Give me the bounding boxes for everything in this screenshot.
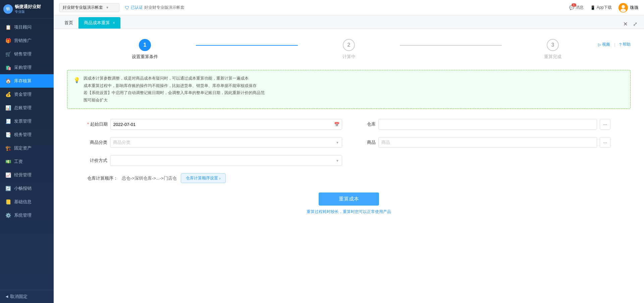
sidebar-item-label: 经营管理: [14, 172, 32, 178]
tab-home[interactable]: 首页: [59, 17, 78, 29]
submit-hint: 重算过程耗时较长，重算时您可以正常使用产品: [87, 209, 610, 215]
tab-close-icon[interactable]: ×: [113, 20, 115, 25]
message-icon-wrapper: 💬 1: [569, 5, 574, 10]
accounting-icon: 📊: [5, 104, 11, 111]
step-3: 3 重算完成: [502, 39, 604, 60]
sidebar-item-accounting[interactable]: 📊 总账管理: [0, 101, 54, 115]
sidebar-item-basic[interactable]: 📒 基础信息: [0, 195, 54, 209]
system-icon: ⚙️: [5, 212, 11, 219]
close-window-button[interactable]: ✕: [622, 19, 629, 29]
form-row-1: 起始日期 📅 仓库 ···: [87, 119, 610, 130]
sidebar-item-operation[interactable]: 📈 经营管理: [0, 168, 54, 182]
info-line-3: 若【系统设置】中启用了自动调整记账日期时，会调整入库单的整单记账日期，因此重新计…: [84, 89, 265, 97]
price-method-select[interactable]: ▼: [110, 155, 342, 166]
tax-icon: 📑: [5, 131, 11, 138]
sidebar: 畅 畅捷通好业财 专业版 📋 项目顾问 🎁 营销推广 🛒 销售管理 🛍️ 采购管…: [0, 0, 54, 303]
inventory-icon: 🏠: [5, 78, 11, 84]
submit-btn-label: 重算成本: [339, 196, 359, 202]
goods-input[interactable]: 商品: [378, 137, 597, 148]
sidebar-item-label: 销售管理: [14, 51, 32, 57]
step-2-label: 计算中: [342, 54, 356, 60]
sidebar-item-inventory[interactable]: 🏠 库存核算: [0, 74, 54, 88]
tabs-bar: 首页 商品成本重算 × ✕ ⤢: [54, 15, 644, 29]
sidebar-item-marketing[interactable]: 🎁 营销推广: [0, 34, 54, 47]
step-3-circle: 3: [547, 39, 559, 51]
tabs-right-controls: ✕ ⤢: [622, 19, 639, 29]
calendar-icon[interactable]: 📅: [334, 122, 339, 127]
info-line-4: 围可能会扩大: [84, 97, 265, 104]
sidebar-item-label: 工资: [14, 159, 23, 165]
step-line-1: [196, 45, 298, 46]
sidebar-item-assets[interactable]: 🏗️ 固定资产: [0, 141, 54, 155]
submit-section: 重算成本 重算过程耗时较长，重算时您可以正常使用产品: [87, 192, 610, 215]
project-icon: 📋: [5, 24, 11, 31]
message-badge: 1: [572, 3, 576, 7]
info-line-2: 成本重算过程中，影响库存账的操作均不能操作，比如进货单、销货单、库存单据不能审核…: [84, 82, 265, 90]
goods-label: 商品: [356, 139, 376, 145]
video-help-button[interactable]: ▷ 视频: [598, 42, 610, 47]
warehouse-input[interactable]: [378, 119, 597, 130]
info-box-content: 因成本计算参数调整，或是对商品成本有疑问时，可以通过成本重算功能，重新计算一遍成…: [84, 75, 265, 104]
step-3-label: 重算完成: [544, 54, 561, 60]
info-line-1: 因成本计算参数调整，或是对商品成本有疑问时，可以通过成本重算功能，重新计算一遍成…: [84, 75, 265, 82]
message-label: 消息: [576, 5, 584, 10]
warehouse-order-value: 总仓->深圳仓库->...->门店仓: [122, 175, 177, 181]
price-method-arrow-icon: ▼: [336, 159, 339, 163]
app-download-label: App下载: [597, 5, 612, 10]
goods-placeholder: 商品: [381, 139, 390, 145]
verified-badge: 🛡 已认证 好业财专业版演示帐套: [125, 5, 184, 10]
step-2-circle: 2: [343, 39, 355, 51]
sidebar-item-label: 库存核算: [14, 78, 32, 84]
sidebar-item-label: 基础信息: [14, 199, 32, 205]
sidebar-item-label: 系统管理: [14, 212, 32, 218]
warehouse-order-settings-button[interactable]: 仓库计算顺序设置 ›: [181, 173, 226, 183]
sidebar-item-project[interactable]: 📋 项目顾问: [0, 20, 54, 34]
sidebar-item-tax[interactable]: 📑 税务管理: [0, 128, 54, 141]
tab-cost-recalc[interactable]: 商品成本重算 ×: [78, 17, 120, 29]
sidebar-item-finance[interactable]: 💰 资金管理: [0, 88, 54, 101]
sidebar-item-expense[interactable]: 🔄 小畅报销: [0, 182, 54, 195]
info-icon: 💡: [73, 76, 80, 104]
message-button[interactable]: 💬 1 消息: [569, 5, 584, 10]
form-section: 起始日期 📅 仓库 ··· 商品分类: [67, 119, 631, 215]
assets-icon: 🏗️: [5, 145, 11, 152]
category-select[interactable]: 商品分类 ▼: [110, 137, 342, 148]
question-icon: ?: [619, 42, 622, 47]
topbar: 好业财专业版演示帐套 ▼ 🛡 已认证 好业财专业版演示帐套 💬 1 消息 📱 A…: [54, 0, 644, 15]
expense-icon: 🔄: [5, 185, 11, 192]
goods-more-button[interactable]: ···: [600, 137, 610, 148]
sidebar-item-system[interactable]: ⚙️ 系统管理: [0, 209, 54, 222]
sidebar-item-label: 总账管理: [14, 105, 32, 111]
start-date-group: 起始日期 📅: [87, 119, 342, 130]
sidebar-item-invoice[interactable]: 🧾 发票管理: [0, 115, 54, 128]
sidebar-unpin-button[interactable]: ◄ 取消固定: [0, 290, 54, 303]
app-download-button[interactable]: 📱 App下载: [590, 5, 612, 10]
sidebar-item-label: 小畅报销: [14, 185, 32, 191]
expand-window-button[interactable]: ⤢: [632, 19, 639, 29]
step-line-2: [400, 45, 502, 46]
form-row-3: 计价方式 ▼: [87, 155, 610, 166]
account-name: 好业财专业版演示帐套: [63, 5, 103, 10]
sidebar-logo: 畅 畅捷通好业财 专业版: [0, 0, 54, 18]
sidebar-item-salary[interactable]: 💵 工资: [0, 155, 54, 168]
category-label: 商品分类: [87, 139, 107, 145]
user-menu[interactable]: 珠珠: [619, 3, 639, 12]
svg-point-1: [622, 5, 625, 8]
sidebar-item-sales[interactable]: 🛒 销售管理: [0, 47, 54, 61]
operation-icon: 📈: [5, 172, 11, 178]
help-button[interactable]: ? 帮助: [619, 42, 631, 47]
sidebar-item-purchase[interactable]: 🛍️ 采购管理: [0, 61, 54, 74]
account-selector[interactable]: 好业财专业版演示帐套 ▼: [59, 3, 119, 12]
start-date-input[interactable]: [110, 119, 342, 130]
sidebar-item-label: 资金管理: [14, 91, 32, 97]
warehouse-more-button[interactable]: ···: [600, 119, 610, 130]
warehouse-group: 仓库 ···: [356, 119, 610, 130]
logo-icon: 畅: [3, 4, 13, 14]
recalculate-button[interactable]: 重算成本: [319, 192, 379, 206]
step-1-label: 设置重算条件: [132, 54, 158, 60]
steps-container: 1 设置重算条件 2 计算中 3 重算完成 ▷ 视频: [67, 39, 631, 60]
play-icon: ▷: [598, 42, 601, 47]
category-placeholder: 商品分类: [113, 139, 130, 145]
price-method-label: 计价方式: [87, 158, 107, 164]
phone-icon: 📱: [590, 5, 595, 10]
